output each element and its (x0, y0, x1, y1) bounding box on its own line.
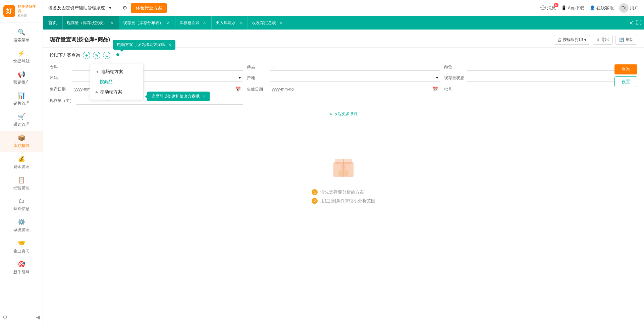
filter-field-goods: 商品 ··· (247, 63, 440, 71)
message-icon: 💬 (540, 5, 546, 10)
template-print-button[interactable]: 🖨 按模板打印 ▾ (554, 35, 590, 45)
user-label: 用户 (630, 5, 639, 11)
tip-text-2: 用[过滤]条件来缩小分析范围 (320, 198, 375, 204)
scheme-desktop-label: 电脑端方案 (101, 69, 123, 75)
logo-icon: 好 (3, 5, 15, 17)
scheme-mobile-label: 移动端方案 (100, 89, 122, 95)
tab-receive-summary[interactable]: 收发存汇总表 ✕ (248, 16, 288, 30)
sidebar-nav: 🔍 搜索菜单 ⚡ 快捷导航 📢 营销推广 📊 销售管理 🛒 采购管理 📦 库存核… (0, 22, 43, 309)
scheme-tree: ▼ 电脑端方案 按商品 ▶ 移动端方案 这里可以创建和修改方案哦 ✕ (90, 64, 144, 100)
avatar-text: Ea (622, 6, 627, 10)
color-select[interactable]: ▾ (467, 63, 637, 71)
topbar-gear-icon[interactable]: ⚙ (122, 5, 127, 11)
refresh-label: 刷新 (626, 37, 634, 43)
refresh-button[interactable]: 🔄 刷新 (615, 35, 637, 45)
sidebar-item-basic[interactable]: 🗂 基础信息 (0, 194, 43, 215)
user-action[interactable]: Ea 用户 (619, 3, 639, 13)
tab-inventory-dist-label: 现存量（库存分布表） (123, 20, 163, 26)
origin-label: 产地 (247, 75, 267, 81)
size-label: 尺码 (50, 75, 70, 81)
tab-close-batch-ledger[interactable]: ✕ (202, 20, 207, 26)
filter-field-batch: 批号 (444, 85, 637, 93)
tooltip-close-1[interactable]: ✕ (168, 43, 171, 47)
content-area: 现存量查询(按仓库+商品) 🖨 按模板打印 ▾ ⬆ 导出 🔄 刷新 (43, 30, 644, 325)
sidebar-item-guide[interactable]: 🎯 新手引导 (0, 257, 43, 278)
page-actions: 🖨 按模板打印 ▾ ⬆ 导出 🔄 刷新 (554, 35, 637, 45)
sidebar-item-marketing[interactable]: 📢 营销推广 (0, 67, 43, 89)
expand-icon[interactable]: ⛶ (636, 20, 641, 26)
expire-date-input[interactable]: 📅 (270, 85, 440, 93)
size-chevron: ▾ (239, 75, 241, 80)
stock-status-label: 现存量状态 (444, 75, 464, 81)
tooltip-close-2[interactable]: ✕ (202, 94, 206, 99)
chevron-up-icon: ∧ (329, 112, 332, 116)
sidebar-item-finance[interactable]: 💰 资金管理 (0, 152, 43, 173)
sidebar-item-quicknav[interactable]: ⚡ 快捷导航 (0, 46, 43, 67)
origin-select[interactable]: ▾ (270, 74, 440, 82)
system-dropdown[interactable]: ▾ (109, 5, 111, 10)
phone-icon: 📱 (561, 5, 567, 10)
collapse-sidebar-icon[interactable]: ◀ (35, 313, 41, 322)
sidebar-item-system[interactable]: ⚙️ 系统管理 (0, 215, 43, 236)
settings-icon[interactable]: ⚙ (1, 313, 9, 322)
filter-field-size: 尺码 ▾ (50, 74, 243, 82)
system-icon: ⚙️ (18, 218, 25, 226)
tab-inventory-dist[interactable]: 现存量（库存分布表） ✕ (119, 16, 175, 30)
tip-num-1: 1 (312, 189, 318, 195)
sidebar-item-purchase[interactable]: 🛒 采购管理 (0, 110, 43, 131)
sidebar-item-label: 基础信息 (13, 206, 30, 212)
system-name: 装备及固定资产辅助管理系统 (48, 5, 105, 11)
sidebar-item-corp[interactable]: 🤝 企业协同 (0, 236, 43, 257)
filter-area: 按以下方案查询 + ✎ « 电脑方案可设为移动方案哦 ✕ ▼ 电脑端方案 (43, 48, 644, 123)
message-action[interactable]: 💬 消息 6 (540, 5, 556, 11)
corp-icon: 🤝 (18, 239, 25, 247)
scheme-desktop-child[interactable]: 按商品 (90, 77, 143, 87)
tab-close-inventory-status[interactable]: ✕ (109, 20, 115, 26)
batch-input[interactable] (467, 86, 637, 93)
sidebar-item-search[interactable]: 🔍 搜索菜单 (0, 25, 43, 46)
scheme-mobile[interactable]: ▶ 移动端方案 (90, 87, 143, 97)
filter-edit-button[interactable]: ✎ (93, 52, 100, 59)
search-button[interactable]: 查询 (614, 64, 637, 74)
app-download-action[interactable]: 📱 App下载 (561, 5, 584, 11)
chevron-down-icon: ▼ (96, 70, 99, 74)
finance-icon: 💰 (18, 155, 25, 163)
tab-close-in-out-flow[interactable]: ✕ (238, 20, 244, 26)
filter-add-button[interactable]: + (83, 52, 90, 59)
expire-date-field[interactable] (272, 87, 431, 92)
sidebar: 好 畅捷通好生意 标准版 🔍 搜索菜单 ⚡ 快捷导航 📢 营销推广 📊 销售管理… (0, 0, 43, 325)
dot-indicator (116, 53, 119, 56)
scheme-desktop[interactable]: ▼ 电脑端方案 (90, 67, 143, 77)
goods-select[interactable]: ··· (270, 63, 440, 71)
search-icon: 🔍 (18, 29, 25, 36)
tab-close-receive-summary[interactable]: ✕ (278, 20, 284, 26)
trial-button[interactable]: 体验行业方案 (131, 3, 167, 13)
tab-home[interactable]: 首页 (43, 16, 62, 30)
color-label: 颜色 (444, 64, 464, 70)
logo-text-group: 畅捷通好生意 标准版 (18, 4, 39, 18)
calendar-icon-expire[interactable]: 📅 (433, 87, 438, 92)
tab-inventory-status[interactable]: 现存量（库存状况表） ✕ (62, 16, 119, 30)
export-button[interactable]: ⬆ 导出 (593, 35, 613, 45)
online-support-action[interactable]: 👤 在线客服 (590, 5, 614, 11)
stock-status-select[interactable]: ▾ (467, 74, 637, 82)
svg-point-4 (341, 164, 346, 170)
filter-back-button[interactable]: « (103, 52, 110, 59)
tab-in-out-flow[interactable]: 出入库流水 ✕ (211, 16, 248, 30)
collapse-bar[interactable]: ∧ 收起更多条件 (50, 108, 637, 119)
close-all-tabs-icon[interactable]: ✕ (629, 20, 633, 26)
page-title: 现存量查询(按仓库+商品) (50, 36, 110, 43)
sidebar-item-label: 采购管理 (13, 122, 30, 127)
tab-batch-ledger-label: 库存批次账 (179, 20, 200, 26)
calendar-icon-produce[interactable]: 📅 (235, 87, 241, 92)
sidebar-item-ops[interactable]: 📋 经营管理 (0, 173, 43, 194)
tab-close-inventory-dist[interactable]: ✕ (165, 20, 171, 26)
reset-button[interactable]: 设置 (614, 76, 637, 87)
purchase-icon: 🛒 (18, 113, 25, 120)
tab-batch-ledger[interactable]: 库存批次账 ✕ (175, 16, 211, 30)
sidebar-item-inventory[interactable]: 📦 库存核算 (0, 131, 43, 152)
filter-label: 按以下方案查询 (50, 52, 80, 58)
tooltip-desktop-scheme: 电脑方案可设为移动方案哦 ✕ (113, 40, 175, 50)
template-print-label: 按模板打印 (563, 37, 583, 43)
sidebar-item-sales[interactable]: 📊 销售管理 (0, 89, 43, 110)
